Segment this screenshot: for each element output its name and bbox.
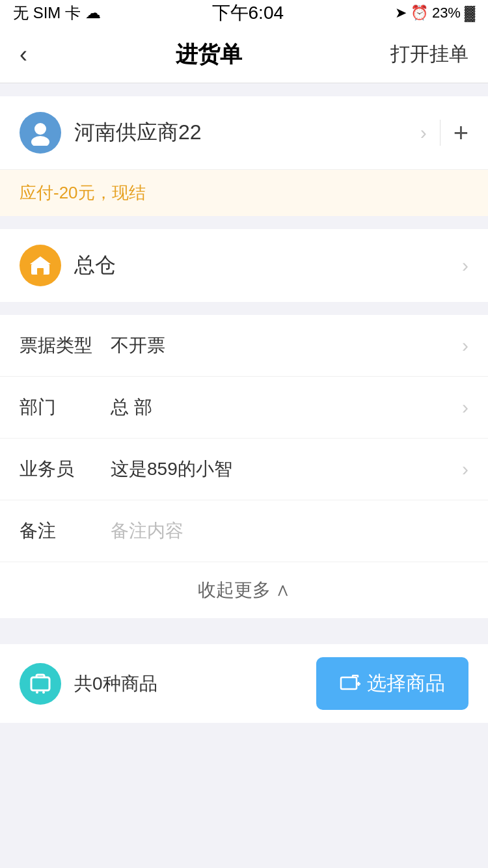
supplier-section: 河南供应商22 › + 应付-20元，现结 bbox=[0, 96, 488, 216]
remark-placeholder: 备注内容 bbox=[111, 519, 468, 543]
vertical-divider bbox=[440, 120, 441, 146]
department-label: 部门 bbox=[20, 395, 111, 420]
svg-rect-4 bbox=[37, 268, 44, 275]
svg-point-1 bbox=[31, 136, 49, 146]
salesperson-row[interactable]: 业务员 这是859的小智 › bbox=[0, 439, 488, 500]
sim-label: 无 SIM 卡 ☁ bbox=[13, 3, 101, 23]
form-section: 票据类型 不开票 › 部门 总 部 › 业务员 这是859的小智 › 备注 备注… bbox=[0, 315, 488, 618]
warehouse-name: 总仓 bbox=[74, 251, 462, 280]
page-title: 进货单 bbox=[176, 40, 242, 70]
section-gap-3 bbox=[0, 302, 488, 315]
invoice-type-label: 票据类型 bbox=[20, 333, 111, 358]
supplier-avatar bbox=[20, 112, 61, 154]
svg-point-6 bbox=[36, 691, 38, 694]
alert-row: 应付-20元，现结 bbox=[0, 170, 488, 216]
collapse-button[interactable]: 收起更多 ∧ bbox=[0, 562, 488, 618]
warehouse-row[interactable]: 总仓 › bbox=[0, 229, 488, 302]
supplier-row[interactable]: 河南供应商22 › + bbox=[0, 96, 488, 170]
svg-point-7 bbox=[42, 691, 45, 694]
section-gap-4 bbox=[0, 618, 488, 631]
svg-rect-8 bbox=[341, 677, 357, 689]
goods-count-label: 共0种商品 bbox=[74, 671, 303, 696]
select-goods-button[interactable]: 选择商品 bbox=[316, 657, 468, 710]
status-time: 下午6:04 bbox=[212, 1, 284, 25]
invoice-type-row[interactable]: 票据类型 不开票 › bbox=[0, 315, 488, 377]
location-icon: ➤ bbox=[395, 5, 407, 21]
supplier-chevron-icon: › bbox=[420, 122, 427, 144]
remark-label: 备注 bbox=[20, 519, 111, 543]
warehouse-section: 总仓 › bbox=[0, 229, 488, 302]
select-goods-label: 选择商品 bbox=[367, 670, 445, 697]
svg-rect-5 bbox=[31, 677, 49, 690]
warehouse-chevron-icon: › bbox=[462, 254, 468, 277]
alarm-icon: ⏰ bbox=[411, 5, 428, 21]
select-goods-icon bbox=[340, 675, 360, 693]
status-left: 无 SIM 卡 ☁ bbox=[13, 3, 101, 23]
open-pending-button[interactable]: 打开挂单 bbox=[390, 41, 468, 68]
invoice-type-value: 不开票 bbox=[111, 333, 462, 358]
svg-marker-3 bbox=[30, 256, 51, 264]
remark-row[interactable]: 备注 备注内容 bbox=[0, 500, 488, 562]
svg-point-0 bbox=[34, 123, 46, 135]
salesperson-chevron-icon: › bbox=[462, 458, 468, 480]
section-gap-1 bbox=[0, 83, 488, 96]
salesperson-value: 这是859的小智 bbox=[111, 457, 462, 481]
status-right: ➤ ⏰ 23% ▓ bbox=[395, 5, 475, 21]
nav-bar: ‹ 进货单 打开挂单 bbox=[0, 26, 488, 83]
bottom-bar: 共0种商品 选择商品 bbox=[0, 644, 488, 723]
warehouse-icon-bg bbox=[20, 245, 61, 286]
add-button[interactable]: + bbox=[454, 118, 468, 148]
supplier-name: 河南供应商22 bbox=[74, 118, 420, 147]
department-row[interactable]: 部门 总 部 › bbox=[0, 377, 488, 439]
salesperson-label: 业务员 bbox=[20, 457, 111, 481]
person-icon bbox=[27, 120, 53, 146]
back-button[interactable]: ‹ bbox=[20, 41, 27, 68]
department-value: 总 部 bbox=[111, 395, 462, 420]
department-chevron-icon: › bbox=[462, 396, 468, 418]
battery-label: 23% bbox=[432, 5, 461, 21]
goods-icon-bg bbox=[20, 663, 61, 705]
cart-icon bbox=[29, 672, 52, 696]
invoice-chevron-icon: › bbox=[462, 334, 468, 357]
warehouse-icon bbox=[29, 254, 52, 277]
section-gap-2 bbox=[0, 216, 488, 229]
battery-icon: ▓ bbox=[465, 5, 475, 21]
status-bar: 无 SIM 卡 ☁ 下午6:04 ➤ ⏰ 23% ▓ bbox=[0, 0, 488, 26]
